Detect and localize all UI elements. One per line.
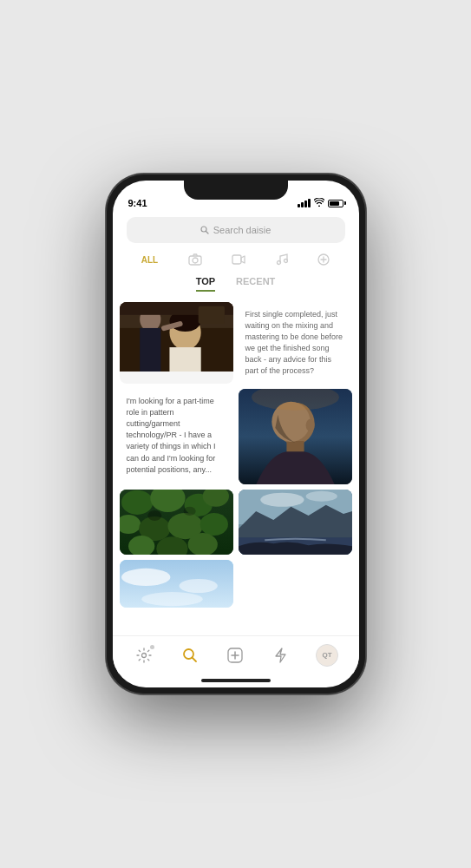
post-coast-image[interactable] — [239, 490, 352, 555]
status-icons — [298, 198, 343, 208]
profile-avatar: QT — [316, 644, 338, 667]
svg-point-6 — [284, 260, 287, 263]
person-image — [239, 389, 352, 484]
sort-tab-top[interactable]: TOP — [196, 276, 215, 292]
search-placeholder: Search daisie — [213, 225, 271, 235]
svg-point-48 — [141, 592, 203, 606]
post-sky-image[interactable] — [120, 560, 233, 608]
svg-point-39 — [183, 507, 195, 516]
svg-rect-4 — [232, 255, 241, 264]
post-forest-image[interactable] — [120, 490, 233, 555]
sort-tabs: TOP RECENT — [113, 273, 359, 299]
makeup-image — [120, 302, 233, 372]
add-circle-icon — [317, 253, 330, 266]
phone-notch — [184, 181, 288, 200]
svg-point-24 — [305, 419, 314, 431]
svg-rect-16 — [140, 328, 160, 372]
battery-icon — [328, 200, 343, 207]
nav-profile[interactable]: QT — [311, 640, 343, 671]
cat-tab-music[interactable] — [276, 253, 288, 266]
job-post-content: I'm looking for a part-time role in patt… — [127, 397, 216, 473]
phone-frame: 9:41 — [106, 174, 366, 694]
home-bar — [201, 679, 271, 682]
settings-dot — [150, 645, 154, 649]
content-area: First single completed, just waiting on … — [113, 299, 359, 635]
search-bar[interactable]: Search daisie — [127, 217, 345, 243]
status-time: 9:41 — [128, 198, 147, 208]
post-job-text[interactable]: I'm looking for a part-time role in patt… — [120, 389, 233, 484]
sky-image — [120, 560, 233, 608]
svg-point-46 — [121, 569, 170, 586]
cat-tab-more[interactable] — [317, 253, 330, 266]
wifi-icon — [314, 198, 324, 208]
music-post-content: First single completed, just waiting on … — [245, 310, 343, 375]
svg-point-34 — [200, 513, 227, 536]
search-nav-icon — [182, 648, 198, 663]
svg-point-38 — [147, 510, 161, 521]
nav-add[interactable] — [219, 640, 251, 671]
nav-search[interactable] — [174, 640, 206, 671]
signal-icon — [298, 199, 311, 207]
bottom-nav: QT — [113, 635, 359, 674]
nav-activity[interactable] — [265, 640, 297, 671]
post-person-image[interactable] — [239, 389, 352, 484]
svg-rect-13 — [169, 347, 200, 372]
cat-tab-photo[interactable] — [188, 253, 202, 266]
posts-grid: First single completed, just waiting on … — [120, 302, 352, 608]
search-container: Search daisie — [113, 212, 359, 250]
nav-settings[interactable] — [128, 640, 160, 671]
coast-image — [239, 490, 352, 555]
phone-screen: 9:41 — [113, 181, 359, 687]
category-tabs: ALL — [113, 250, 359, 273]
sort-tab-recent[interactable]: RECENT — [236, 276, 275, 292]
svg-line-1 — [206, 232, 208, 234]
music-icon — [276, 253, 288, 266]
home-indicator — [113, 674, 359, 687]
svg-line-51 — [192, 657, 196, 661]
activity-icon — [275, 648, 287, 663]
svg-point-27 — [121, 490, 153, 515]
svg-point-47 — [179, 579, 217, 593]
svg-point-43 — [305, 491, 337, 502]
svg-point-49 — [141, 653, 146, 657]
svg-rect-19 — [198, 306, 224, 324]
add-nav-icon — [227, 648, 243, 663]
post-music-text[interactable]: First single completed, just waiting on … — [239, 302, 352, 384]
svg-point-42 — [260, 493, 304, 507]
video-icon — [232, 254, 245, 265]
svg-point-5 — [277, 261, 280, 265]
camera-icon — [188, 253, 202, 266]
svg-point-3 — [193, 258, 198, 263]
cat-tab-all[interactable]: ALL — [141, 255, 158, 265]
settings-icon — [136, 648, 152, 663]
forest-image — [120, 490, 233, 555]
cat-tab-video[interactable] — [232, 254, 245, 265]
search-icon — [200, 226, 209, 234]
post-makeup-image[interactable] — [120, 302, 233, 384]
